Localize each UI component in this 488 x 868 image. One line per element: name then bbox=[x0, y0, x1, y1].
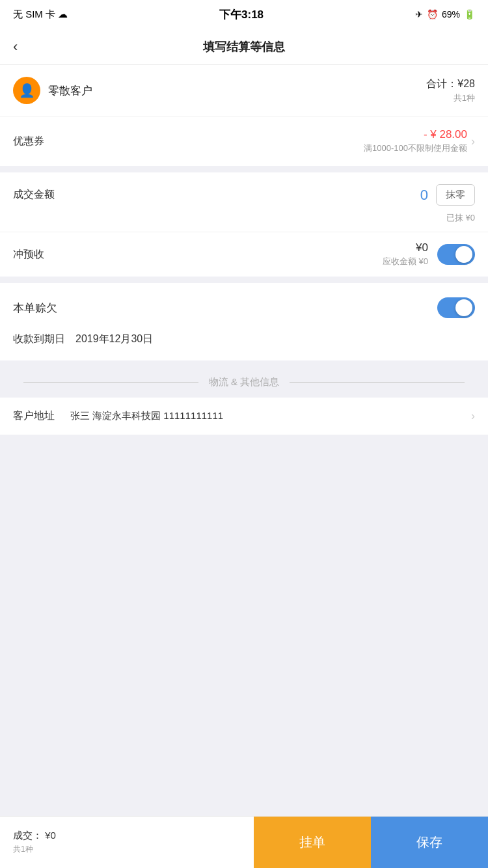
debt-label: 本单赊欠 bbox=[13, 301, 57, 316]
prepay-toggle[interactable] bbox=[437, 244, 475, 265]
transaction-row: 成交金额 0 抹零 bbox=[0, 172, 488, 217]
prepay-amount: ¥0 bbox=[383, 241, 428, 254]
status-right: ✈ ⏰ 69% 🔋 bbox=[415, 9, 475, 20]
customer-total: 合计：¥28 共1种 bbox=[426, 77, 475, 104]
address-value: 张三 海淀永丰科技园 11111111111 bbox=[70, 410, 471, 422]
total-amount: 合计：¥28 bbox=[426, 77, 475, 91]
coupon-row[interactable]: 优惠券 - ¥ 28.00 满1000-100不限制使用金额 › bbox=[0, 116, 488, 166]
transaction-card: 成交金额 0 抹零 已抹 ¥0 冲预收 ¥0 应收金额 ¥0 bbox=[0, 172, 488, 277]
already-rounded: 已抹 ¥0 bbox=[0, 212, 488, 232]
page-title: 填写结算等信息 bbox=[203, 39, 285, 55]
address-chevron-icon: › bbox=[471, 409, 475, 423]
due-date-value: 2019年12月30日 bbox=[75, 332, 153, 346]
coupon-desc: 满1000-100不限制使用金额 bbox=[364, 142, 467, 154]
customer-row: 👤 零散客户 合计：¥28 共1种 bbox=[0, 65, 488, 116]
round-off-button[interactable]: 抹零 bbox=[436, 184, 475, 206]
hold-button[interactable]: 挂单 bbox=[254, 817, 371, 868]
sim-status: 无 SIM 卡 ☁ bbox=[13, 8, 68, 21]
customer-left: 👤 零散客户 bbox=[13, 77, 92, 104]
bottom-transaction-amount: ¥0 bbox=[45, 830, 56, 841]
debt-card: 本单赊欠 收款到期日 2019年12月30日 bbox=[0, 283, 488, 360]
debt-toggle[interactable] bbox=[437, 297, 475, 318]
bottom-transaction: 成交： ¥0 bbox=[13, 830, 241, 842]
content-area: 👤 零散客户 合计：¥28 共1种 优惠券 - ¥ 28.00 满1000-10… bbox=[0, 65, 488, 506]
bottom-count: 共1种 bbox=[13, 844, 241, 855]
logistics-label: 物流 & 其他信息 bbox=[209, 376, 279, 388]
location-icon: ✈ bbox=[415, 9, 423, 20]
save-button[interactable]: 保存 bbox=[371, 817, 488, 868]
coupon-amount: - ¥ 28.00 bbox=[364, 128, 467, 141]
status-left: 无 SIM 卡 ☁ bbox=[13, 8, 68, 21]
due-date-row: 收款到期日 2019年12月30日 bbox=[0, 332, 488, 360]
debt-toggle-knob bbox=[455, 299, 472, 316]
address-label: 客户地址 bbox=[13, 409, 60, 423]
customer-name: 零散客户 bbox=[48, 83, 92, 98]
bottom-transaction-label: 成交： bbox=[13, 830, 42, 841]
customer-card: 👤 零散客户 合计：¥28 共1种 优惠券 - ¥ 28.00 满1000-10… bbox=[0, 65, 488, 166]
total-count: 共1种 bbox=[426, 92, 475, 104]
debt-row: 本单赊欠 bbox=[0, 283, 488, 332]
bottom-info: 成交： ¥0 共1种 bbox=[0, 830, 254, 855]
battery-icon: 🔋 bbox=[464, 9, 475, 20]
prepay-receivable: 应收金额 ¥0 bbox=[383, 256, 428, 267]
toggle-knob bbox=[455, 246, 472, 263]
prepay-label: 冲预收 bbox=[13, 248, 44, 262]
coupon-label: 优惠券 bbox=[13, 135, 44, 148]
coupon-chevron-icon: › bbox=[471, 135, 475, 148]
back-button[interactable]: ‹ bbox=[13, 38, 18, 55]
logistics-section-header: 物流 & 其他信息 bbox=[0, 367, 488, 398]
status-time: 下午3:18 bbox=[219, 7, 264, 22]
address-row[interactable]: 客户地址 张三 海淀永丰科技园 11111111111 › bbox=[0, 398, 488, 435]
bottom-bar: 成交： ¥0 共1种 挂单 保存 bbox=[0, 816, 488, 868]
battery-level: 69% bbox=[442, 9, 460, 20]
prepay-amounts: ¥0 应收金额 ¥0 bbox=[383, 241, 428, 267]
due-date-label: 收款到期日 bbox=[13, 332, 65, 346]
transaction-label: 成交金额 bbox=[13, 188, 55, 202]
avatar: 👤 bbox=[13, 77, 40, 104]
nav-bar: ‹ 填写结算等信息 bbox=[0, 29, 488, 65]
status-bar: 无 SIM 卡 ☁ 下午3:18 ✈ ⏰ 69% 🔋 bbox=[0, 0, 488, 29]
bottom-actions: 挂单 保存 bbox=[254, 817, 488, 868]
address-card[interactable]: 客户地址 张三 海淀永丰科技园 11111111111 › bbox=[0, 398, 488, 435]
alarm-icon: ⏰ bbox=[427, 9, 438, 20]
coupon-right: - ¥ 28.00 满1000-100不限制使用金额 › bbox=[364, 128, 475, 154]
prepay-row: 冲预收 ¥0 应收金额 ¥0 bbox=[0, 232, 488, 277]
prepay-right: ¥0 应收金额 ¥0 bbox=[383, 241, 475, 267]
avatar-icon: 👤 bbox=[19, 83, 35, 98]
transaction-amount: 0 bbox=[420, 187, 428, 204]
transaction-right: 0 抹零 bbox=[420, 184, 475, 206]
